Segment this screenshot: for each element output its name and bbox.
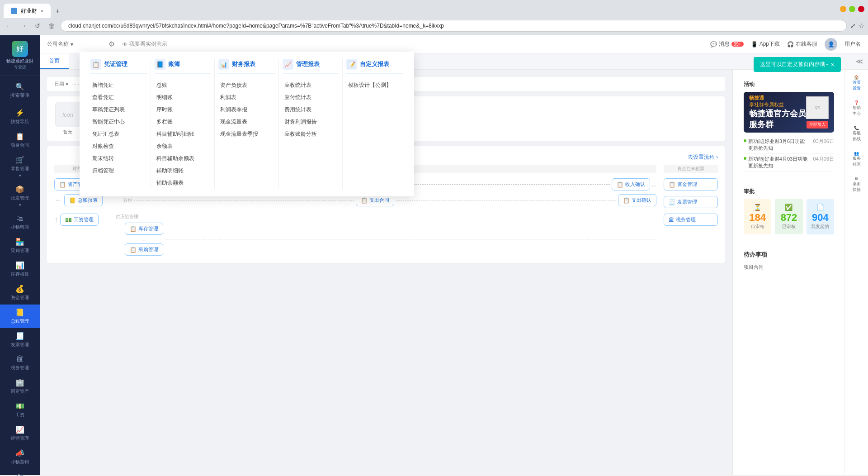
- sidebar-item-invoice[interactable]: 🧾 发票管理: [0, 328, 40, 352]
- sidebar-item-operations[interactable]: 📈 经营管理: [0, 422, 40, 445]
- sidebar-item-wholesale[interactable]: 📦 批发管理 ▾: [0, 181, 40, 211]
- approval-submitted[interactable]: 📄 904 我发起的: [807, 199, 834, 234]
- menu-expense[interactable]: 费用统计表: [283, 104, 339, 116]
- menu-balance-sheet[interactable]: 资产负债表: [218, 79, 275, 91]
- menu-cashflow[interactable]: 现金流量表: [218, 116, 275, 128]
- right-nav-help[interactable]: ❓ 帮助 中心: [852, 99, 862, 119]
- menu-subject-balance[interactable]: 科目辅助余额表: [155, 152, 211, 165]
- menu-aux-detail[interactable]: 辅助明细账: [155, 165, 211, 177]
- back-btn[interactable]: ←: [4, 21, 14, 30]
- menu-voucher-summary[interactable]: 凭证汇总表: [90, 128, 147, 140]
- flow-expense-confirm[interactable]: 📋 支出确认: [618, 194, 656, 206]
- sidebar-item-project[interactable]: 📋 项目合同: [0, 129, 40, 152]
- flow-tax-mgr[interactable]: 🏛 税务管理: [664, 214, 718, 226]
- approval-approved[interactable]: ✅ 872 已审核: [775, 199, 802, 234]
- active-tab[interactable]: 好业财 ×: [4, 4, 51, 18]
- browser-actions: ⤢ ☆: [850, 22, 864, 29]
- sidebar-item-retail[interactable]: 🛒 零售管理 ▾: [0, 152, 40, 181]
- topbar-settings-btn[interactable]: ⚙: [108, 40, 115, 48]
- right-nav-desktop[interactable]: 🖥 桌面 快捷: [852, 175, 862, 195]
- close-btn[interactable]: [858, 6, 864, 12]
- news-item-2[interactable]: 新功能|好业财4月03日功能更新抢先知 04月03日: [744, 154, 834, 171]
- app-container: 好 畅捷通好业财 专业版 🔍 搜索菜单 ⚡ 快捷导航 📋 项目合同 🛒 零售管理…: [0, 35, 868, 475]
- menu-archive[interactable]: 归档管理: [90, 165, 147, 177]
- menu-multi-col[interactable]: 多栏账: [155, 116, 211, 128]
- sidebar-item-marketing[interactable]: 📣 小畅营销: [0, 445, 40, 469]
- maximize-btn[interactable]: [849, 6, 855, 12]
- sidebar-item-payroll[interactable]: 💵 工资: [0, 398, 40, 422]
- setup-flow-btn[interactable]: 去设置流程 ›: [688, 154, 718, 160]
- sidebar-item-tax[interactable]: 🏛 税务管理: [0, 352, 40, 375]
- bookmark-btn[interactable]: ☆: [859, 22, 864, 29]
- menu-general-ledger[interactable]: 总账: [155, 79, 211, 91]
- tab-collapse-btn[interactable]: ≪: [851, 57, 868, 66]
- message-btn[interactable]: 💬 消息 99+: [710, 40, 744, 48]
- icon-label-1: 暂无: [63, 129, 72, 135]
- down-arrow-1: ↓: [142, 236, 146, 243]
- icon-item-1[interactable]: Icon 暂无: [54, 102, 81, 135]
- sidebar-item-finance[interactable]: 💰 资金管理: [0, 281, 40, 305]
- approval-pending[interactable]: ⏳ 184 待审核: [744, 199, 771, 234]
- menu-balance[interactable]: 余额表: [155, 140, 211, 152]
- menu-aux-balance[interactable]: 辅助余额表: [155, 177, 211, 189]
- refresh-btn[interactable]: ↺: [33, 21, 42, 30]
- ext-btn[interactable]: ⤢: [850, 22, 856, 29]
- company-selector[interactable]: 公司名称 ▾: [47, 40, 101, 48]
- menu-view-voucher[interactable]: 查看凭证: [90, 91, 147, 104]
- demo-text: 我要看实例演示: [129, 40, 167, 48]
- tab-close-btn[interactable]: ×: [41, 8, 43, 14]
- user-avatar[interactable]: 👤: [825, 38, 837, 51]
- menu-smart-voucher[interactable]: 智能凭证中心: [90, 116, 147, 128]
- marketing-label: 小畅营销: [11, 459, 29, 465]
- menu-draft-voucher[interactable]: 草稿凭证列表: [90, 104, 147, 116]
- browser-window-controls: [840, 6, 864, 12]
- menu-payable[interactable]: 应付统计表: [283, 91, 339, 104]
- sidebar-item-purchase[interactable]: 🏪 采购管理: [0, 234, 40, 257]
- right-nav-community[interactable]: 👥 服务 社区: [852, 149, 862, 169]
- new-tab-btn[interactable]: +: [51, 5, 64, 18]
- url-bar[interactable]: cloud.chanjet.com/cc/u6d89qwnryel/57bfsk…: [61, 20, 847, 32]
- address-bar-row: ← → ↺ 🗑 cloud.chanjet.com/cc/u6d89qwnrye…: [0, 18, 868, 35]
- menu-reconcile[interactable]: 对账检查: [90, 140, 147, 152]
- menu-profit-q[interactable]: 利润表季报: [218, 104, 275, 116]
- right-nav-hotline[interactable]: 📞 客服 热线: [852, 124, 862, 144]
- news-item-1[interactable]: 新功能|好业财3月6日功能更新抢先知 03月06日: [744, 136, 834, 154]
- menu-subject-detail[interactable]: 科目辅助明细账: [155, 128, 211, 140]
- flow-capital-mgr[interactable]: 📋 资金管理: [664, 178, 718, 190]
- flow-invoice-mgr[interactable]: 🧾 发票管理: [664, 196, 718, 208]
- search-menu-btn[interactable]: 🔍 搜索菜单: [3, 80, 37, 101]
- app-download-btn[interactable]: 📱 App下载: [751, 40, 780, 48]
- menu-new-voucher[interactable]: 新增凭证: [90, 79, 147, 91]
- menu-template-design[interactable]: 模板设计【公测】: [346, 79, 403, 91]
- demo-btn[interactable]: 👁 我要看实例演示: [122, 40, 167, 48]
- menu-aging[interactable]: 应收账龄分析: [283, 128, 339, 140]
- flow-payroll-box[interactable]: 💵 工资管理: [60, 214, 99, 226]
- flow-inventory[interactable]: 📋 库存管理: [125, 223, 163, 235]
- sidebar-search-area: 🔍 搜索菜单: [0, 76, 40, 105]
- topbar: 公司名称 ▾ ⚙ 👁 我要看实例演示 💬 消息 99+ 📱 App下载: [40, 35, 868, 53]
- approved-icon: ✅: [778, 204, 800, 211]
- minimize-btn[interactable]: [840, 6, 846, 12]
- banner-qr-area: QR 立即加入: [806, 96, 829, 129]
- menu-receivable[interactable]: 应收统计表: [283, 79, 339, 91]
- sidebar-item-general[interactable]: 📒 总账管理: [0, 305, 40, 328]
- menu-journal[interactable]: 序时账: [155, 104, 211, 116]
- flow-purchase[interactable]: 📋 采购管理: [125, 243, 163, 256]
- support-btn[interactable]: 🎧 在线客服: [787, 40, 817, 48]
- menu-period-close[interactable]: 期末结转: [90, 152, 147, 165]
- forward-btn[interactable]: →: [18, 21, 29, 30]
- menu-detail-ledger[interactable]: 明细账: [155, 91, 211, 104]
- menu-profit[interactable]: 利润表: [218, 91, 275, 104]
- right-nav-home[interactable]: 🏠 首页 设置: [852, 73, 862, 93]
- delete-btn[interactable]: 🗑: [46, 21, 57, 30]
- sidebar-item-ecommerce[interactable]: 🛍 小畅电商: [0, 211, 40, 234]
- join-btn[interactable]: 立即加入: [807, 121, 828, 129]
- menu-cashflow-q[interactable]: 现金流量表季报: [218, 128, 275, 140]
- sidebar-item-basic[interactable]: 🗂 基础信息: [0, 469, 40, 476]
- tab-home[interactable]: 首页: [40, 53, 69, 69]
- menu-profit-report[interactable]: 财务利润报告: [283, 116, 339, 128]
- flow-income-confirm[interactable]: 📋 收入确认: [612, 178, 650, 190]
- sidebar-item-inventory[interactable]: 📊 库存核算: [0, 257, 40, 281]
- sidebar-item-shortcut[interactable]: ⚡ 快捷导航: [0, 105, 40, 129]
- sidebar-item-assets[interactable]: 🏢 固定资产: [0, 375, 40, 398]
